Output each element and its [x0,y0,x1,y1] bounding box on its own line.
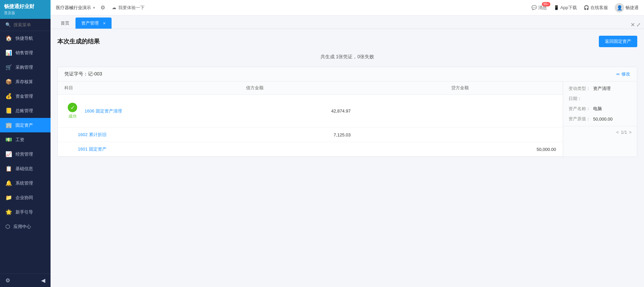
sidebar-item-enterprise[interactable]: 📁 企业协同 [0,190,51,205]
sidebar-item-basic[interactable]: 📋 基础信息 [0,161,51,176]
sidebar-item-guide[interactable]: 🌟 新手引导 [0,205,51,219]
settings-gear-icon[interactable]: ⚙ [100,4,105,11]
system-icon: 🔔 [5,180,12,186]
sidebar-item-label: 工资 [16,137,24,143]
content-area: 本次生成的结果 返回固定资产 共生成 1张凭证，0张失败 凭证字号：记-003 … [51,29,644,287]
date-label: 日期： [569,96,582,102]
message-badge: 99+ [542,2,550,6]
summary-text: 共生成 1张凭证，0张失败 [57,54,637,60]
sidebar-search[interactable]: 🔍 [0,19,51,31]
debit-amount-1: 42,874.97 [152,95,358,128]
sidebar-item-label: 新手引导 [16,209,33,215]
tab-close-icon[interactable]: ✕ [103,21,106,25]
sidebar-item-label: 应用中心 [13,224,31,230]
sidebar-item-label: 经营管理 [16,151,33,157]
side-info: 变动类型： 资产清理 日期： 资产名称： 电脑 资产原值： [563,82,637,126]
date-row: 日期： [569,96,632,102]
col-debit: 借方金额 [152,82,358,95]
sidebar-item-fixedasset[interactable]: 🏢 固定资产 [0,118,51,132]
account-code-2: 1602 累计折旧 [78,132,106,137]
sidebar-item-label: 总账管理 [16,108,33,114]
change-type-row: 变动类型： 资产清理 [569,86,632,92]
change-type-label: 变动类型： [569,86,590,92]
user-button[interactable]: 👤 畅捷通 [615,3,639,12]
credit-amount-3: 50,000.00 [358,142,563,157]
edit-label: 修改 [621,71,630,77]
col-credit: 贷方金额 [358,82,563,95]
original-value-row: 资产原值： 50,000.00 [569,116,632,122]
change-type-value: 资产清理 [593,86,611,92]
sidebar-item-label: 固定资产 [16,122,33,128]
sidebar-item-label: 采购管理 [16,64,33,70]
message-button[interactable]: 💬 消息 99+ [531,5,547,11]
original-value-value: 50,000.00 [593,117,613,122]
avatar: 👤 [615,3,624,12]
pagination: < 1/1 > [563,126,637,138]
experience-button[interactable]: ☁ 我要体验一下 [112,5,145,11]
credit-amount-2 [358,128,563,142]
asset-name-value: 电脑 [593,106,602,112]
sidebar-item-finance[interactable]: 💰 资金管理 [0,89,51,103]
sidebar-item-sales[interactable]: 📊 销售管理 [0,45,51,60]
voucher-card: 凭证字号：记-003 ✏ 修改 科目 借方金额 贷方金额 [57,67,637,157]
service-label: 在线客服 [590,5,608,11]
appcenter-icon: ⬡ [5,223,10,230]
success-status: ✓ 成功 [64,99,81,123]
purchase-icon: 🛒 [5,64,12,70]
topbar-right: 💬 消息 99+ 📱 App下载 🎧 在线客服 👤 畅捷通 [531,3,639,12]
asset-name-label: 资产名称： [569,106,590,112]
sidebar-item-quicknav[interactable]: 🏠 快捷导航 [0,31,51,45]
original-value-label: 资产原值： [569,116,590,122]
app-download-button[interactable]: 📱 App下载 [554,5,577,11]
sidebar-item-purchase[interactable]: 🛒 采购管理 [0,60,51,74]
logo-title: 畅捷通好业财 [4,3,34,10]
sidebar-item-appcenter[interactable]: ⬡ 应用中心 [0,219,51,234]
tab-home[interactable]: 首页 [56,18,74,29]
sidebar-item-inventory[interactable]: 📦 库存核算 [0,74,51,89]
sidebar-item-label: 系统管理 [16,180,33,186]
phone-icon: 📱 [554,5,559,10]
company-selector[interactable]: 医疗器械行业演示 ▾ [56,5,95,11]
sidebar-item-label: 快捷导航 [16,35,33,41]
enterprise-icon: 📁 [5,194,12,201]
logo-subtitle: 普及版 [4,10,15,15]
panel-controls: ✕ ⤢ [627,19,644,31]
voucher-table: 科目 借方金额 贷方金额 ✓ [58,82,637,157]
account-code-3: 1601 固定资产 [78,147,106,152]
sidebar-item-label: 基础信息 [16,166,33,172]
app-label: App下载 [560,5,577,11]
inventory-icon: 📦 [5,78,12,85]
search-input[interactable] [13,22,45,27]
service-button[interactable]: 🎧 在线客服 [584,5,608,11]
operation-icon: 📈 [5,151,12,157]
sidebar-item-salary[interactable]: 💵 工资 [0,132,51,147]
basic-icon: 📋 [5,165,12,172]
prev-page-icon[interactable]: < [616,130,619,135]
tabs-bar: 首页 资产管理 ✕ [51,15,644,29]
edit-button[interactable]: ✏ 修改 [616,71,630,77]
sidebar-footer: ⚙ ◀ [0,274,51,287]
username-label: 畅捷通 [625,5,639,11]
tab-asset[interactable]: 资产管理 ✕ [75,18,112,29]
return-button[interactable]: 返回固定资产 [599,36,637,47]
sidebar-item-label: 资金管理 [16,93,33,99]
sidebar-item-operation[interactable]: 📈 经营管理 [0,147,51,161]
experience-label: 我要体验一下 [118,5,145,11]
settings-icon[interactable]: ⚙ [5,277,10,284]
headset-icon: 🎧 [584,5,589,10]
topbar: 医疗器械行业演示 ▾ ⚙ ☁ 我要体验一下 💬 消息 99+ 📱 App下载 🎧… [51,0,644,15]
close-panel-button[interactable]: ✕ [631,22,635,28]
sidebar-item-ledger[interactable]: 📒 总账管理 [0,103,51,118]
salary-icon: 💵 [5,136,12,143]
next-page-icon[interactable]: > [629,130,632,135]
company-name: 医疗器械行业演示 [56,5,91,11]
collapse-icon[interactable]: ◀ [41,277,45,284]
account-code-1: 1606 固定资产清理 [85,108,122,114]
voucher-number: 凭证字号：记-003 [64,71,102,77]
guide-icon: 🌟 [5,209,12,215]
sidebar-item-label: 销售管理 [16,50,33,56]
search-icon: 🔍 [5,22,11,27]
expand-panel-button[interactable]: ⤢ [636,22,641,28]
sidebar-item-system[interactable]: 🔔 系统管理 [0,176,51,190]
page-info: 1/1 [621,130,627,135]
